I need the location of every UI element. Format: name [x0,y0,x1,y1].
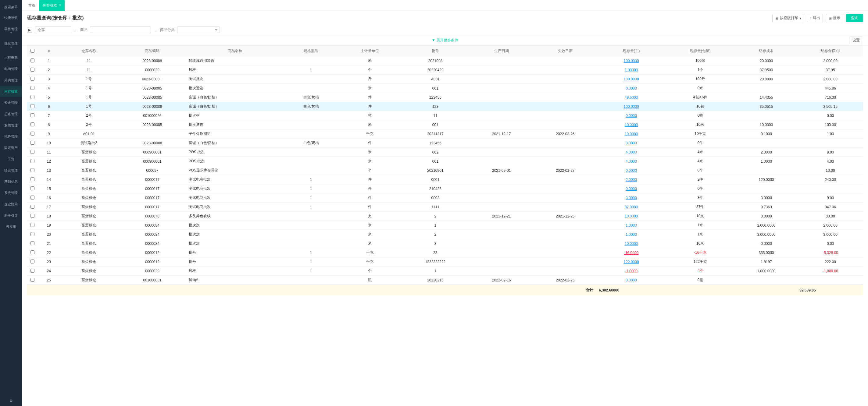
sidebar-item-payroll[interactable]: 工资 [0,153,22,165]
row-qty[interactable]: 1.00000 [597,66,665,75]
tab-active[interactable]: 库存批次 × [39,0,65,11]
row-checkbox[interactable] [27,120,38,130]
row-qty[interactable]: 100.0000 [597,75,665,84]
settings-btn[interactable]: 设置 [849,37,863,44]
sidebar-item-tax[interactable]: 税务管理 [0,131,22,142]
expand-more-btn[interactable]: ▼ 展开更多条件 [432,38,458,43]
sidebar-item-mini-ecom[interactable]: 小程电商 [0,52,22,63]
col-checkbox[interactable] [27,46,38,56]
row-qty[interactable]: 0.0000 [597,111,665,120]
row-checkbox[interactable] [27,194,38,203]
row-checkbox[interactable] [27,248,38,257]
row-checkbox[interactable] [27,239,38,248]
row-unit: 件 [338,93,401,102]
row-qty[interactable]: 10.0000 [597,120,665,130]
row-qty[interactable]: 0.0000 [597,84,665,93]
row-checkbox[interactable] [27,157,38,166]
row-qty[interactable]: 122.0000 [597,257,665,267]
row-qty[interactable]: 4.0000 [597,157,665,166]
row-qty[interactable]: 1.0000 [597,230,665,239]
filter-expand-btn[interactable]: ▶ [27,27,32,33]
warehouse-input[interactable] [35,27,71,33]
row-qty[interactable]: 2.0000 [597,175,665,184]
row-checkbox[interactable] [27,230,38,239]
row-checkbox[interactable] [27,84,38,93]
row-qty[interactable]: 87.0000 [597,203,665,212]
row-qty[interactable]: 100.0000 [597,102,665,111]
row-qty[interactable]: 0.0000 [597,184,665,194]
row-warehouse: 畜蛋粮仓 [60,221,118,230]
sidebar-item-sys-manage[interactable]: 系统管理 [0,187,22,198]
row-qty[interactable]: 0.0000 [597,166,665,175]
row-qty[interactable]: 10.0000 [597,130,665,139]
sidebar-settings-btn[interactable]: ⚙ [0,396,22,406]
row-code: 001000031 [118,276,187,285]
row-qty[interactable]: 100.0000 [597,56,665,66]
sidebar-item-ops[interactable]: 经营管理 [0,165,22,176]
sidebar-item-inventory[interactable]: 库存核算 [0,86,22,97]
row-checkbox[interactable] [27,93,38,102]
row-checkbox[interactable] [27,221,38,230]
tab-close-icon[interactable]: × [59,0,61,11]
category-select[interactable] [177,27,220,33]
row-exp-date [533,56,597,66]
sidebar-item-fixed-assets[interactable]: 固定资产 [0,142,22,153]
row-qty[interactable]: 0.0000 [597,139,665,148]
col-warehouse: 仓库名称 [60,46,118,56]
row-qty[interactable]: 10.0000 [597,239,665,248]
sidebar-item-quick-nav[interactable]: 快捷导航 [0,12,22,23]
row-spec [283,56,339,66]
row-code [118,130,187,139]
row-checkbox[interactable] [27,148,38,157]
row-checkbox[interactable] [27,257,38,267]
row-exp-date [533,203,597,212]
sidebar-item-ledger[interactable]: 总账管理 [0,108,22,120]
row-qty[interactable]: -16.0000 [597,248,665,257]
row-qty[interactable]: 1.0000 [597,221,665,230]
sidebar-item-invoice[interactable]: 发票管理 [0,120,22,131]
toggle-button[interactable]: ⊞ 显示 [826,14,843,22]
row-checkbox[interactable] [27,102,38,111]
row-checkbox[interactable] [27,175,38,184]
sidebar-item-retail[interactable]: 零售管理 ▾ [0,23,22,37]
sidebar-item-wholesale[interactable]: 批发管理 ▾ [0,37,22,52]
row-qty[interactable]: 3.0000 [597,194,665,203]
row-checkbox[interactable] [27,166,38,175]
tab-home[interactable]: 首页 [24,0,39,11]
select-all-checkbox[interactable] [30,49,34,53]
row-qty[interactable]: 0.0000 [597,276,665,285]
product-input[interactable] [90,27,151,33]
row-checkbox[interactable] [27,66,38,75]
row-qty[interactable]: 49.6000 [597,93,665,102]
row-index: 4 [38,84,60,93]
sidebar-item-purchase[interactable]: 采购管理 [0,74,22,86]
row-checkbox[interactable] [27,130,38,139]
row-checkbox[interactable] [27,184,38,194]
row-prod-date [469,267,533,276]
sidebar-item-ecom[interactable]: 电商管理 [0,63,22,74]
sidebar-search[interactable]: 搜索菜单 [0,2,22,12]
print-button[interactable]: 🖨 按模版打印 ▾ [772,14,804,22]
row-checkbox[interactable] [27,203,38,212]
row-qty[interactable]: 10.0000 [597,212,665,221]
sidebar-item-tutorial[interactable]: 新手引导 [0,209,22,221]
sidebar-item-base-info[interactable]: 基础信息 [0,176,22,187]
row-checkbox[interactable] [27,75,38,84]
sidebar-item-collab[interactable]: 企业协同 [0,198,22,209]
row-checkbox[interactable] [27,56,38,66]
row-checkbox[interactable] [27,139,38,148]
row-qty[interactable]: 4.0000 [597,148,665,157]
table-wrap[interactable]: # 仓库名称 商品编码 商品名称 规格型号 主计量单位 批号 生产日期 失效日期… [22,46,868,406]
query-button[interactable]: 查询 [846,14,863,22]
sidebar-item-cloud[interactable]: 云应用 [0,221,22,232]
row-checkbox[interactable] [27,111,38,120]
row-checkbox[interactable] [27,212,38,221]
sidebar-item-finance[interactable]: 资金管理 [0,97,22,108]
row-qty[interactable]: -1.0000 [597,267,665,276]
export-button[interactable]: ↑ 导出 [807,14,823,22]
row-batch: 1111 [401,203,469,212]
row-checkbox[interactable] [27,267,38,276]
table-row: 16 畜蛋粮仓 0000017 测试电商批次 1 件 0003 3.0000 3… [27,194,863,203]
table-row: 15 畜蛋粮仓 0000017 测试电商批次 1 件 210423 0.0000… [27,184,863,194]
row-checkbox[interactable] [27,276,38,285]
